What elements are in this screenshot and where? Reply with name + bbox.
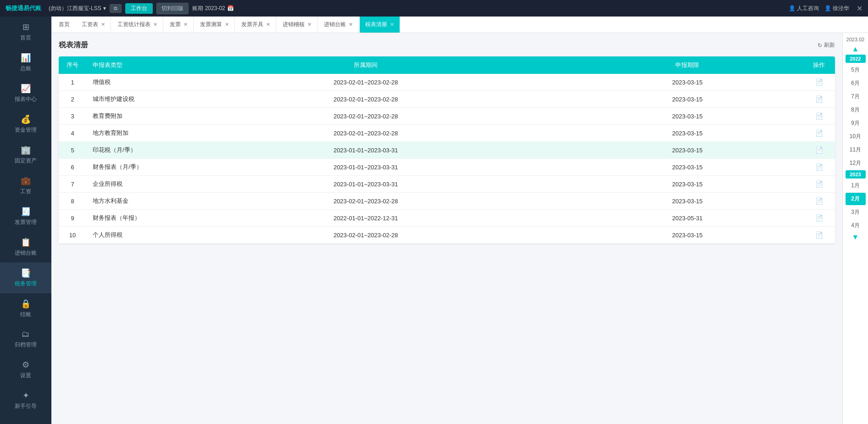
cal-month-2023-1[interactable]: 1月 <box>846 179 866 192</box>
action-doc-icon[interactable]: 📄 <box>815 112 823 120</box>
cell-action[interactable]: 📄 <box>803 159 835 176</box>
sidebar-item-label: 总账 <box>20 65 31 73</box>
cell-type: 城市维护建设税 <box>86 91 160 108</box>
cal-month-2022-5[interactable]: 5月 <box>846 64 866 76</box>
home-icon: ⊞ <box>22 22 29 32</box>
page-content: 税表清册 ↻ 刷新 序号 申报表类型 所属期间 申报期限 操作 <box>51 33 868 424</box>
tab-purchase-ledger[interactable]: 进销台账 ✕ <box>318 17 359 33</box>
sidebar-item-ledger[interactable]: 📊 总账 <box>0 47 51 78</box>
sidebar-item-home[interactable]: ⊞ 首页 <box>0 17 51 47</box>
sidebar-item-guide[interactable]: ✦ 新手引导 <box>0 385 51 416</box>
tab-close-invoice-open[interactable]: ✕ <box>266 22 270 28</box>
cell-action[interactable]: 📄 <box>803 210 835 227</box>
sidebar-item-archive[interactable]: 🗂 归档管理 <box>0 324 51 354</box>
tab-close-invoice[interactable]: ✕ <box>184 22 188 28</box>
cell-type: 印花税（月/季） <box>86 142 160 159</box>
tab-payroll-stats[interactable]: 工资统计报表 ✕ <box>112 17 163 33</box>
action-doc-icon[interactable]: 📄 <box>815 95 823 103</box>
action-doc-icon[interactable]: 📄 <box>815 214 823 222</box>
tab-close-purchase-ledger[interactable]: ✕ <box>349 22 353 28</box>
action-doc-icon[interactable]: 📄 <box>815 78 823 86</box>
cal-month-2022-9[interactable]: 9月 <box>846 117 866 129</box>
table-row: 2 城市维护建设税 2023-02-01~2023-02-28 2023-03-… <box>59 91 835 108</box>
tab-close-tax-clear[interactable]: ✕ <box>390 22 394 28</box>
cell-deadline: 2023-03-15 <box>572 125 803 142</box>
cell-action[interactable]: 📄 <box>803 125 835 142</box>
cal-month-2022-10[interactable]: 10月 <box>846 130 866 143</box>
switch-button[interactable]: 切到旧版 <box>156 3 189 14</box>
sidebar-item-report[interactable]: 📈 报表中心 <box>0 78 51 109</box>
cal-month-2023-3[interactable]: 3月 <box>846 206 866 218</box>
sidebar-item-settings[interactable]: ⚙ 设置 <box>0 354 51 385</box>
sidebar-item-assets[interactable]: 🏢 固定资产 <box>0 139 51 170</box>
cal-month-2022-7[interactable]: 7月 <box>846 90 866 103</box>
workbench-button[interactable]: 工作台 <box>125 3 153 14</box>
cell-no: 8 <box>59 193 86 210</box>
refresh-button[interactable]: ↻ 刷新 <box>818 41 835 49</box>
cell-deadline: 2023-03-15 <box>572 227 803 244</box>
user-avatar[interactable]: 👤 徐泾华 <box>824 5 849 12</box>
cell-action[interactable]: 📄 <box>803 227 835 244</box>
sidebar-item-invoice-mgr[interactable]: 🧾 发票管理 <box>0 201 51 232</box>
purchase-icon: 📋 <box>21 237 31 247</box>
year-2022-label: 2022 <box>846 55 866 63</box>
copy-button[interactable]: ⧉ <box>110 4 122 13</box>
cell-action[interactable]: 📄 <box>803 193 835 210</box>
tab-invoice-calc[interactable]: 发票测算 ✕ <box>195 17 235 33</box>
cal-month-2023-4[interactable]: 4月 <box>846 219 866 232</box>
table-row: 5 印花税（月/季） 2023-01-01~2023-03-31 2023-03… <box>59 142 835 159</box>
tab-invoice[interactable]: 发票 ✕ <box>164 17 194 33</box>
sidebar-item-purchase[interactable]: 📋 进销台账 <box>0 232 51 262</box>
cell-type: 个人所得税 <box>86 227 160 244</box>
cell-action[interactable]: 📄 <box>803 108 835 125</box>
cell-type: 财务报表（年报） <box>86 210 160 227</box>
cal-month-2023-2-current[interactable]: 2月 <box>846 193 866 205</box>
calendar-prev[interactable]: ▲ <box>851 44 860 54</box>
tab-purchase-audit[interactable]: 进销稽核 ✕ <box>277 17 317 33</box>
cal-month-2022-8[interactable]: 8月 <box>846 104 866 116</box>
cell-type: 企业所得税 <box>86 176 160 193</box>
tab-invoice-open[interactable]: 发票开具 ✕ <box>236 17 276 33</box>
page-main: 税表清册 ↻ 刷新 序号 申报表类型 所属期间 申报期限 操作 <box>51 33 842 424</box>
sidebar-item-tax-mgr[interactable]: 📑 税务管理 <box>0 262 51 293</box>
cell-no: 6 <box>59 159 86 176</box>
user-service[interactable]: 👤 人工咨询 <box>789 5 819 12</box>
company-selector[interactable]: (勿动）江西服宝-LSS ▾ <box>49 5 106 12</box>
table-row: 8 地方水利基金 2023-02-01~2023-02-28 2023-03-1… <box>59 193 835 210</box>
cal-month-2022-11[interactable]: 11月 <box>846 144 866 156</box>
cell-action[interactable]: 📄 <box>803 176 835 193</box>
cal-month-2022-12[interactable]: 12月 <box>846 157 866 169</box>
calendar-next[interactable]: ▼ <box>851 232 860 242</box>
cell-deadline: 2023-03-15 <box>572 74 803 91</box>
table-row: 3 教育费附加 2023-02-01~2023-02-28 2023-03-15… <box>59 108 835 125</box>
sidebar-item-label: 资金管理 <box>15 126 37 134</box>
year-2023-label: 2023 <box>846 170 866 179</box>
action-doc-icon[interactable]: 📄 <box>815 163 823 171</box>
tab-tax-clear[interactable]: 税表清册 ✕ <box>360 17 400 33</box>
col-type: 申报表类型 <box>86 56 160 74</box>
cell-action[interactable]: 📄 <box>803 91 835 108</box>
action-doc-icon[interactable]: 📄 <box>815 129 823 137</box>
action-doc-icon[interactable]: 📄 <box>815 231 823 239</box>
tab-close-payroll[interactable]: ✕ <box>101 22 105 28</box>
sidebar-item-closing[interactable]: 🔒 结账 <box>0 293 51 324</box>
tab-home[interactable]: 首页 <box>53 21 75 28</box>
sidebar-item-label: 新手引导 <box>15 402 37 410</box>
tab-close-invoice-calc[interactable]: ✕ <box>225 22 229 28</box>
tab-close-purchase-audit[interactable]: ✕ <box>307 22 312 28</box>
sidebar-item-fund[interactable]: 💰 资金管理 <box>0 109 51 139</box>
sidebar-item-member[interactable]: ◇ 畅会员 <box>0 416 51 424</box>
action-doc-icon[interactable]: 📄 <box>815 146 823 154</box>
tab-payroll[interactable]: 工资表 ✕ <box>76 17 111 33</box>
report-icon: 📈 <box>21 84 31 94</box>
cal-month-2022-6[interactable]: 6月 <box>846 77 866 89</box>
window-close-button[interactable]: ✕ <box>857 4 862 13</box>
cell-no: 9 <box>59 210 86 227</box>
action-doc-icon[interactable]: 📄 <box>815 197 823 205</box>
cell-action[interactable]: 📄 <box>803 74 835 91</box>
action-doc-icon[interactable]: 📄 <box>815 180 823 188</box>
tab-close-payroll-stats[interactable]: ✕ <box>153 22 157 28</box>
sidebar-item-payroll[interactable]: 💼 工资 <box>0 170 51 201</box>
sidebar-item-label: 首页 <box>20 34 31 42</box>
cell-action[interactable]: 📄 <box>803 142 835 159</box>
